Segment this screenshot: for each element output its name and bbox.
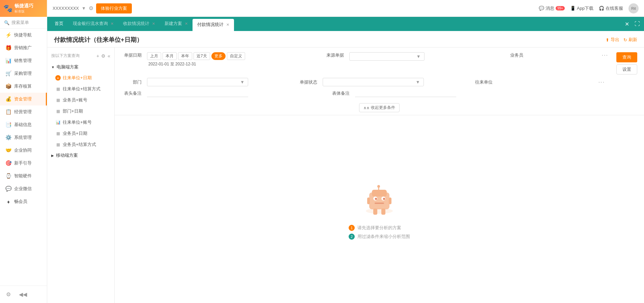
tab-receipt-stats[interactable]: 收款情况统计 ✕ <box>118 17 160 31</box>
svg-rect-11 <box>381 209 385 215</box>
sidebar-item-vip[interactable]: ♦ 畅会员 <box>0 195 47 208</box>
tab-bank-flow-close[interactable]: ✕ <box>111 22 114 26</box>
online-service-label: 在线客服 <box>606 5 623 11</box>
app-download-item[interactable]: 📱 App下载 <box>570 5 593 11</box>
date-btn-custom[interactable]: 自定义 <box>227 52 245 60</box>
tab-payment-stats[interactable]: 付款情况统计 ✕ <box>193 19 234 31</box>
svg-rect-2 <box>372 190 387 196</box>
trial-btn[interactable]: 体验行业方案 <box>96 3 132 13</box>
tab-payment-stats-label: 付款情况统计 <box>197 22 224 28</box>
system-icon: ⚙️ <box>5 134 11 141</box>
sidebar-item-operations[interactable]: 📋 经营管理 <box>0 105 47 118</box>
sidebar-item-label: 库存核算 <box>14 83 32 89</box>
date-range: 2022-01-01 至 2022-12-31 <box>148 61 245 67</box>
scheme-employee-settle[interactable]: ▦ 业务员+结算方式 <box>51 139 113 150</box>
source-doc-label: 来源单据 <box>324 52 344 58</box>
basic-info-icon: 📑 <box>5 122 11 128</box>
left-panel-settings-btn[interactable]: ⚙ <box>101 53 106 59</box>
table-header-note-input[interactable] <box>147 90 248 97</box>
source-doc-arrow-icon: ▼ <box>416 54 421 59</box>
sidebar-item-marketing[interactable]: 🎁 营销推广 <box>0 41 47 54</box>
date-btn-more[interactable]: 更多 <box>211 52 226 60</box>
svg-point-6 <box>383 198 385 200</box>
sidebar-collapse-btn[interactable]: ◀◀ <box>16 289 30 300</box>
date-label: 单据日期 <box>121 52 142 58</box>
scheme-unit-account-icon: 📊 <box>55 120 61 125</box>
refresh-btn[interactable]: ↻ 刷新 <box>623 37 637 43</box>
sidebar-item-capital[interactable]: 💰 资金管理 <box>0 93 47 105</box>
topbar-right: 💬 消息 99+ 📱 App下载 🎧 在线客服 Rit <box>539 3 639 13</box>
user-avatar[interactable]: Rit <box>628 3 639 13</box>
sidebar-settings-btn[interactable]: ⚙ <box>3 289 13 300</box>
search-icon: 🔍 <box>4 20 9 25</box>
tabs-close-all-btn[interactable]: ✕ <box>623 21 631 27</box>
company-name: XXXXXXXXX <box>53 6 79 11</box>
sales-icon: 📊 <box>5 58 11 64</box>
scheme-dept-date-icon: ▦ <box>55 109 61 114</box>
tab-new-plan-close[interactable]: ✕ <box>185 22 188 26</box>
logo-icon: 🐾 <box>3 4 12 13</box>
topbar-settings-icon[interactable]: ⚙ <box>89 5 93 11</box>
sidebar-item-wechat[interactable]: 💬 企业微信 <box>0 182 47 195</box>
sidebar-item-label: 系统管理 <box>14 134 32 141</box>
date-btn-this-year[interactable]: 本年 <box>178 52 192 60</box>
sidebar-item-label: 基础信息 <box>14 122 32 128</box>
mobile-group-label: 移动端方案 <box>56 152 78 158</box>
scheme-unit-date[interactable]: ● 往来单位+日期 <box>51 72 113 83</box>
sidebar-item-system[interactable]: ⚙️ 系统管理 <box>0 131 47 144</box>
sidebar-item-purchase[interactable]: 🛒 采购管理 <box>0 67 47 80</box>
scheme-employee-date[interactable]: ▦ 业务员+日期 <box>51 128 113 139</box>
online-service-item[interactable]: 🎧 在线客服 <box>599 5 623 11</box>
scheme-employee-account[interactable]: ▦ 业务员+账号 <box>51 95 113 105</box>
sidebar-item-enterprise[interactable]: 🤝 企业协同 <box>0 144 47 157</box>
message-item[interactable]: 💬 消息 99+ <box>539 5 565 11</box>
employee-ellipsis-btn[interactable]: ··· <box>602 52 608 58</box>
left-panel-collapse-btn[interactable]: « <box>108 53 110 59</box>
export-btn[interactable]: ⬆ 导出 <box>606 37 619 43</box>
sidebar-item-label: 智能硬件 <box>14 173 32 179</box>
tip2-num: 2 <box>349 234 355 240</box>
desktop-scheme-group-title[interactable]: ▼ 电脑端方案 <box>47 62 114 72</box>
left-panel-add-btn[interactable]: + <box>96 53 99 59</box>
mobile-arrow-icon: ▶ <box>51 154 54 157</box>
dept-arrow-icon: ▼ <box>240 80 244 85</box>
inventory-icon: 📦 <box>5 83 11 89</box>
collapse-more-btn[interactable]: ∧∧ 收起更多条件 <box>359 103 400 112</box>
tabs-expand-btn[interactable]: ⛶ <box>633 21 641 27</box>
settings-btn[interactable]: 设置 <box>616 64 637 74</box>
table-body-note-input[interactable] <box>355 90 456 97</box>
sidebar-item-sales[interactable]: 📊 销售管理 <box>0 54 47 67</box>
sidebar-item-smart-hw[interactable]: ⌚ 智能硬件 <box>0 170 47 182</box>
query-btn[interactable]: 查询 <box>616 52 637 62</box>
scheme-unit-account[interactable]: 📊 往来单位+账号 <box>51 117 113 128</box>
sidebar-item-inventory[interactable]: 📦 库存核算 <box>0 80 47 93</box>
tab-payment-stats-close[interactable]: ✕ <box>226 23 229 27</box>
unit-ellipsis-btn[interactable]: ··· <box>598 79 605 85</box>
message-label: 消息 <box>546 5 554 11</box>
mobile-scheme-group: ▶ 移动端方案 <box>47 150 114 160</box>
tab-bank-flow[interactable]: 现金银行流水查询 ✕ <box>68 17 118 31</box>
sidebar-item-basic-info[interactable]: 📑 基础信息 <box>0 118 47 131</box>
sidebar-item-quick-nav[interactable]: ⚡ 快捷导航 <box>0 29 47 41</box>
dept-select[interactable]: ▼ <box>147 78 248 86</box>
tab-home[interactable]: 首页 <box>50 17 68 31</box>
scheme-unit-date-label: 往来单位+日期 <box>63 75 92 81</box>
date-btn-last7[interactable]: 近7天 <box>194 52 210 60</box>
sidebar-item-newbie[interactable]: 🎯 新手引导 <box>0 157 47 170</box>
date-btn-this-month[interactable]: 本月 <box>163 52 177 60</box>
export-icon: ⬆ <box>606 37 609 42</box>
right-panel: 单据日期 上月 本月 本年 近7天 更多 自定义 2022-01-01 至 20… <box>115 48 644 303</box>
tab-receipt-stats-close[interactable]: ✕ <box>152 22 155 26</box>
sidebar-search[interactable]: 🔍 搜索菜单 <box>0 17 47 29</box>
scheme-dept-date[interactable]: ▦ 部门+日期 <box>51 106 113 117</box>
scheme-unit-account-label: 往来单位+账号 <box>63 119 92 125</box>
sidebar-item-label: 营销推广 <box>14 45 32 51</box>
date-btn-last-month[interactable]: 上月 <box>147 52 161 60</box>
tab-new-plan[interactable]: 新建方案 ✕ <box>160 17 193 31</box>
mobile-scheme-group-title[interactable]: ▶ 移动端方案 <box>47 150 114 160</box>
collapse-arrow-icon: ∧∧ <box>363 105 370 110</box>
doc-status-select[interactable]: ▼ <box>323 78 424 86</box>
scheme-unit-settle[interactable]: ▦ 往来单位+结算方式 <box>51 84 113 94</box>
sidebar-item-label: 新手引导 <box>14 160 32 166</box>
source-doc-select[interactable]: ▼ <box>349 52 425 61</box>
